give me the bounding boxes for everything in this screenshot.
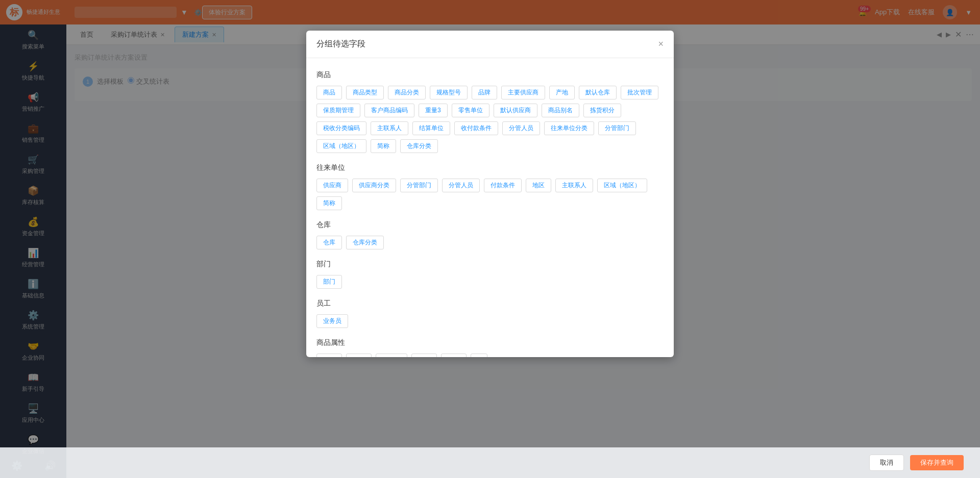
tag-0-11[interactable]: 重量3	[419, 104, 448, 109]
modal-close-button[interactable]: ×	[658, 39, 664, 49]
tag-grid-0: 商品商品类型商品分类规格型号品牌主要供应商产地默认仓库批次管理保质期管理客户商品…	[316, 86, 664, 109]
tag-0-8[interactable]: 批次管理	[621, 86, 658, 99]
tag-0-5[interactable]: 主要供应商	[501, 86, 545, 99]
tag-0-15[interactable]: 拣货积分	[583, 104, 621, 109]
tag-0-4[interactable]: 品牌	[472, 86, 497, 99]
modal-dialog: 分组待选字段 × 商品商品商品类型商品分类规格型号品牌主要供应商产地默认仓库批次…	[306, 31, 674, 109]
modal-header: 分组待选字段 ×	[306, 31, 674, 58]
tag-0-9[interactable]: 保质期管理	[316, 104, 360, 109]
tag-0-6[interactable]: 产地	[549, 86, 575, 99]
tag-0-1[interactable]: 商品类型	[346, 86, 384, 99]
tag-0-10[interactable]: 客户商品编码	[364, 104, 414, 109]
tag-0-3[interactable]: 规格型号	[430, 86, 468, 99]
section-title-0: 商品	[316, 70, 664, 80]
modal-body: 商品商品商品类型商品分类规格型号品牌主要供应商产地默认仓库批次管理保质期管理客户…	[306, 58, 674, 109]
tag-0-13[interactable]: 默认供应商	[494, 104, 537, 109]
tag-0-2[interactable]: 商品分类	[388, 86, 426, 99]
tag-0-14[interactable]: 商品别名	[542, 104, 579, 109]
modal-title: 分组待选字段	[316, 39, 365, 49]
tag-0-12[interactable]: 零售单位	[452, 104, 489, 109]
modal-backdrop: 分组待选字段 × 商品商品商品类型商品分类规格型号品牌主要供应商产地默认仓库批次…	[0, 0, 980, 109]
tag-0-0[interactable]: 商品	[316, 86, 342, 99]
tag-0-7[interactable]: 默认仓库	[579, 86, 617, 99]
